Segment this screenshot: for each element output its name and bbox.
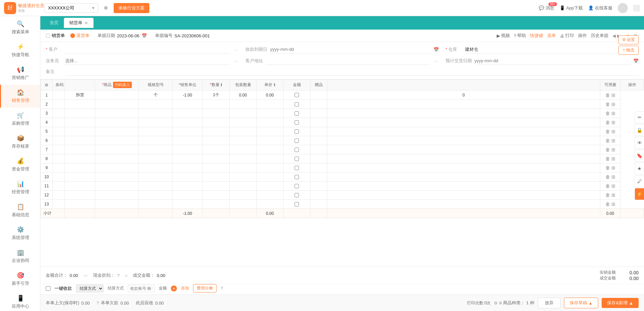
gear-button[interactable]: ⚙	[101, 3, 111, 13]
gift-checkbox[interactable]	[295, 166, 299, 170]
action-button[interactable]: 操作	[578, 33, 587, 39]
cell-unit[interactable]	[139, 200, 173, 209]
gift-checkbox[interactable]	[295, 175, 299, 179]
cell-qty[interactable]	[173, 182, 203, 191]
delete-row-icon[interactable]: 🗑	[605, 201, 610, 207]
sidebar-item-system[interactable]: ⚙️ 系统管理	[0, 222, 40, 245]
delete-row-icon[interactable]: 🗑	[605, 192, 610, 198]
delete-row-icon[interactable]: 🗑	[605, 120, 610, 125]
cell-spec[interactable]	[95, 109, 139, 118]
cell-spec[interactable]	[95, 100, 139, 109]
cell-qty[interactable]	[173, 136, 203, 145]
cell-price[interactable]	[230, 182, 257, 191]
sidebar-item-search[interactable]: 🔍 搜索菜单	[0, 16, 40, 39]
delete-row-icon[interactable]: 🗑	[605, 111, 610, 116]
cell-pkg[interactable]	[203, 109, 230, 118]
cell-spec[interactable]	[95, 145, 139, 154]
cell-price[interactable]	[230, 127, 257, 136]
cell-unit[interactable]	[139, 127, 173, 136]
sidebar-item-inventory[interactable]: 📦 库存核算	[0, 130, 40, 153]
cell-product[interactable]	[65, 109, 95, 118]
sidebar-item-sales[interactable]: 🏠 销售管理	[0, 85, 40, 108]
cell-spec[interactable]	[95, 163, 139, 172]
float-pen-button[interactable]: 🖊	[635, 175, 644, 187]
cell-qty[interactable]	[173, 109, 203, 118]
cell-unit[interactable]: 个	[139, 90, 173, 100]
cell-barcode[interactable]	[53, 90, 65, 100]
cell-unit[interactable]	[139, 145, 173, 154]
copy-row-icon[interactable]: ⊞	[611, 111, 615, 116]
cell-pkg[interactable]: 1个	[203, 90, 230, 100]
copy-row-icon[interactable]: ⊞	[611, 165, 615, 170]
cell-pkg[interactable]	[203, 191, 230, 200]
cell-spec[interactable]	[95, 200, 139, 209]
cell-unit[interactable]	[139, 154, 173, 163]
cell-amount[interactable]	[257, 182, 283, 191]
cell-barcode[interactable]	[53, 154, 65, 163]
account-input[interactable]	[128, 285, 155, 292]
customer-addr-input[interactable]	[266, 57, 429, 65]
gift-checkbox[interactable]	[295, 157, 299, 161]
scan-button[interactable]: 扫码录入	[113, 82, 132, 88]
cell-amount[interactable]	[257, 100, 283, 109]
cell-amount[interactable]	[257, 172, 283, 182]
draft-button[interactable]: 保存草稿 ▲	[564, 298, 599, 308]
cell-price[interactable]	[230, 145, 257, 154]
message-button[interactable]: 💬 消息 99+	[539, 5, 554, 11]
tab-home[interactable]: 首页	[44, 18, 64, 28]
cell-gift[interactable]	[283, 100, 310, 109]
print-button[interactable]: 🖨 打印	[560, 33, 574, 39]
cell-product[interactable]	[65, 127, 95, 136]
sidebar-item-marketing[interactable]: 📢 营销推广	[0, 62, 40, 85]
cell-pkg[interactable]	[203, 200, 230, 209]
calendar-icon[interactable]: 📅	[142, 33, 147, 38]
copy-row-icon[interactable]: ⊞	[611, 201, 615, 207]
online-service-button[interactable]: 👤 在线客服	[588, 5, 612, 11]
cell-spec[interactable]	[95, 172, 139, 182]
cell-barcode[interactable]	[53, 127, 65, 136]
cell-gift[interactable]	[283, 172, 310, 182]
cell-pkg[interactable]	[203, 145, 230, 154]
gift-checkbox[interactable]	[295, 129, 299, 134]
add-payment-button[interactable]: +	[171, 285, 177, 291]
delete-row-icon[interactable]: 🗑	[605, 102, 610, 107]
cell-gift[interactable]	[283, 118, 310, 127]
cell-qty[interactable]	[173, 200, 203, 209]
sidebar-item-operations[interactable]: 📊 经营管理	[0, 176, 40, 199]
cell-spec[interactable]	[95, 127, 139, 136]
cell-price[interactable]	[230, 163, 257, 172]
cell-unit[interactable]	[139, 172, 173, 182]
cell-pkg[interactable]	[203, 163, 230, 172]
warehouse-input[interactable]	[465, 45, 630, 53]
cell-amount[interactable]: 0.00	[257, 90, 283, 100]
cell-pkg[interactable]	[203, 100, 230, 109]
addr-dots[interactable]: ···	[432, 59, 439, 64]
delete-row-icon[interactable]: 🗑	[605, 156, 610, 161]
salesperson-dots[interactable]: ···	[232, 59, 239, 64]
sidebar-item-purchase[interactable]: 🛒 采购管理	[0, 108, 40, 130]
cell-amount[interactable]	[257, 118, 283, 127]
cell-pkg[interactable]	[203, 154, 230, 163]
cell-unit[interactable]	[139, 100, 173, 109]
cell-qty[interactable]	[173, 118, 203, 127]
sidebar-item-quick-nav[interactable]: ⚡ 快捷导航	[0, 39, 40, 62]
float-star-button[interactable]: ★	[635, 162, 644, 174]
cell-product[interactable]	[65, 163, 95, 172]
payment-method-select[interactable]: 结算方式	[76, 284, 104, 293]
cell-qty[interactable]	[173, 191, 203, 200]
cell-pkg[interactable]	[203, 182, 230, 191]
radio-sales[interactable]: 销货单	[46, 33, 65, 39]
cell-gift[interactable]	[283, 163, 310, 172]
delete-row-icon[interactable]: 🗑	[605, 174, 610, 180]
float-bookmark-button[interactable]: 🔖	[635, 150, 644, 162]
cell-pkg[interactable]	[203, 118, 230, 127]
cell-spec[interactable]	[95, 118, 139, 127]
th-settings[interactable]: ⚙	[41, 80, 53, 90]
cell-gift[interactable]	[283, 109, 310, 118]
copy-row-icon[interactable]: ⊞	[611, 183, 615, 189]
cell-unit[interactable]	[139, 182, 173, 191]
cell-price[interactable]	[230, 136, 257, 145]
cell-spec[interactable]	[95, 191, 139, 200]
float-lock-button[interactable]: 🔒	[635, 124, 644, 136]
cell-qty[interactable]	[173, 163, 203, 172]
